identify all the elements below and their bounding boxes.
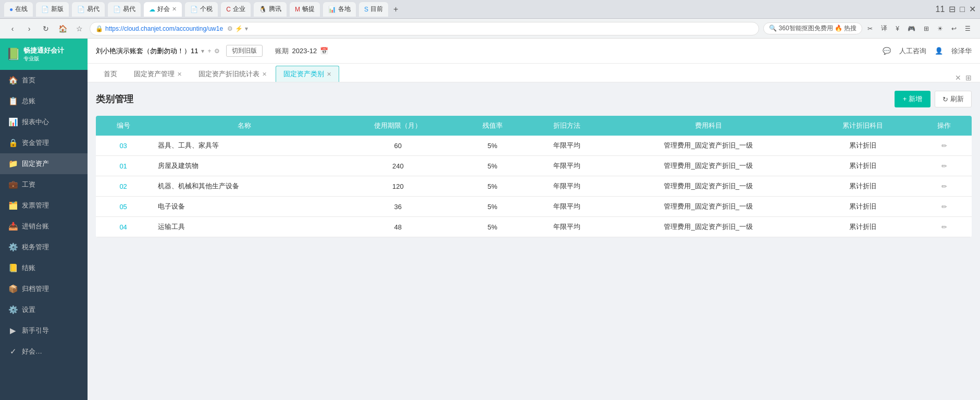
code-link[interactable]: 04	[119, 223, 127, 231]
game-icon[interactable]: 🎮	[904, 24, 919, 33]
reload-btn[interactable]: ↻	[40, 22, 52, 35]
sidebar-item-funds[interactable]: 🔒 资金管理	[0, 132, 88, 153]
switch-version-btn[interactable]: 切到旧版	[226, 45, 263, 57]
close-panel-btn[interactable]: ✕	[955, 74, 961, 82]
edit-icon[interactable]: ✏	[941, 142, 947, 150]
browser-tab-new[interactable]: 📄 新版	[36, 2, 69, 17]
browser-tab-ct[interactable]: M 畅提	[290, 2, 320, 17]
back-btn[interactable]: ‹	[6, 22, 19, 35]
sidebar-item-checkout[interactable]: 📒 结账	[0, 258, 88, 278]
th-name: 名称	[151, 116, 338, 136]
tab-depreciation-table[interactable]: 固定资产折旧统计表 ✕	[191, 66, 275, 82]
cell-expense: 管理费用_固定资产折旧_一级	[607, 136, 809, 156]
browser-tab-mq[interactable]: S 目前	[359, 2, 388, 17]
browser-tab-corp[interactable]: C 企业	[221, 2, 251, 17]
cell-residual: 5%	[458, 136, 527, 156]
tab-label: 易代	[87, 5, 100, 14]
sidebar-label-invoice: 发票管理	[22, 201, 49, 210]
add-category-btn[interactable]: + 新增	[895, 91, 931, 107]
browser-toolbar: ‹ › ↻ 🏠 ☆ 🔒 https://cloud.chanjet.com/ac…	[0, 19, 980, 39]
sidebar-item-settings[interactable]: ⚙️ 设置	[0, 299, 88, 320]
th-method: 折旧方法	[526, 116, 607, 136]
tab-close-icon[interactable]: ✕	[172, 6, 177, 13]
edit-icon[interactable]: ✏	[941, 203, 947, 211]
tab-label: 腾讯	[269, 5, 281, 14]
sun-icon[interactable]: ☀	[934, 24, 946, 33]
sidebar-item-hao[interactable]: ✓ 好会…	[0, 341, 88, 362]
settings-gear-icon[interactable]: ⚙	[214, 47, 220, 55]
undo-icon[interactable]: ↩	[948, 24, 960, 33]
maximize-btn[interactable]: □	[960, 5, 965, 14]
new-tab-btn[interactable]: +	[393, 5, 398, 14]
minimize-btn[interactable]: 11	[936, 5, 945, 14]
code-link[interactable]: 03	[119, 142, 127, 150]
expand-panel-btn[interactable]: ⊞	[965, 74, 972, 82]
code-link[interactable]: 01	[119, 162, 127, 170]
sidebar-item-invoice[interactable]: 🗂️ 发票管理	[0, 195, 88, 216]
dropdown-icon[interactable]: ▾	[201, 47, 204, 55]
page-title: 类别管理	[96, 93, 133, 105]
tab-label: 畅提	[302, 5, 315, 14]
code-link[interactable]: 02	[119, 183, 127, 190]
hot-search-label: 热搜	[844, 25, 857, 32]
tab-close-asset-cat[interactable]: ✕	[327, 71, 331, 78]
sidebar-item-archive[interactable]: 📦 归档管理	[0, 278, 88, 299]
menu-icon[interactable]: ☰	[962, 24, 974, 33]
tab-close-dep-table[interactable]: ✕	[262, 71, 267, 78]
edit-icon[interactable]: ✏	[941, 223, 947, 231]
cell-method: 年限平均	[526, 197, 607, 217]
restore-btn[interactable]: ⊟	[949, 4, 956, 14]
bookmark-btn[interactable]: ☆	[73, 22, 85, 35]
home-btn[interactable]: 🏠	[56, 22, 69, 35]
browser-tab-tx[interactable]: 🐧 腾讯	[254, 2, 287, 17]
browser-tab-yid1[interactable]: 📄 易代	[72, 2, 105, 17]
content-area: 类别管理 + 新增 ↻ 刷新 编号 名称 使用期限（月） 残值率	[88, 82, 980, 400]
cell-residual: 5%	[458, 197, 527, 217]
refresh-btn[interactable]: ↻ 刷新	[935, 91, 972, 107]
checkout-icon: 📒	[8, 263, 18, 273]
th-depreciation: 累计折旧科目	[809, 116, 917, 136]
table-row: 03 器具、工具、家具等 60 5% 年限平均 管理费用_固定资产折旧_一级 累…	[96, 136, 972, 156]
translate-icon[interactable]: 译	[878, 23, 890, 34]
wallet-icon[interactable]: ¥	[892, 24, 902, 33]
url-text: https://cloud.chanjet.com/accounting/uw1…	[105, 25, 223, 32]
tab-home[interactable]: 首页	[96, 66, 125, 82]
sidebar-item-fixed-assets[interactable]: 📁 固定资产	[0, 153, 88, 174]
sidebar-item-tax[interactable]: ⚙️ 税务管理	[0, 237, 88, 258]
sidebar-item-payroll[interactable]: 💼 工资	[0, 174, 88, 195]
funds-icon: 🔒	[8, 138, 18, 148]
browser-tab-tax[interactable]: 📄 个税	[185, 2, 218, 17]
table-row: 04 运输工具 48 5% 年限平均 管理费用_固定资产折旧_一级 累计折旧 ✏	[96, 217, 972, 237]
close-window-btn[interactable]: ✕	[969, 4, 976, 14]
grid-icon[interactable]: ⊞	[921, 24, 932, 33]
forward-btn[interactable]: ›	[23, 22, 35, 35]
sidebar-label-ledger: 总账	[22, 96, 35, 106]
browser-tab-yid2[interactable]: 📄 易代	[108, 2, 141, 17]
browser-tab-online[interactable]: ● 在线	[4, 2, 33, 17]
sidebar-item-ledger[interactable]: 📋 总账	[0, 91, 88, 112]
search-bar[interactable]: 🔍 360智能抠图免费用 🔥 热搜	[763, 22, 862, 34]
address-bar[interactable]: 🔒 https://cloud.chanjet.com/accounting/u…	[90, 22, 759, 35]
browser-tab-gd[interactable]: 📊 各地	[323, 2, 356, 17]
cell-code: 02	[96, 176, 151, 197]
tab-asset-mgmt[interactable]: 固定资产管理 ✕	[126, 66, 190, 82]
sidebar-item-guide[interactable]: ▶ 新手引导	[0, 320, 88, 341]
sidebar-item-home[interactable]: 🏠 首页	[0, 70, 88, 91]
edit-icon[interactable]: ✏	[941, 183, 947, 190]
user-info: 刘小艳演示账套（勿删勿动！）11 ▾ + ⚙	[96, 46, 220, 56]
cell-code: 01	[96, 156, 151, 176]
user-display-name: 徐泽华	[951, 46, 972, 56]
add-btn[interactable]: +	[207, 47, 211, 55]
sidebar-item-reports[interactable]: 📊 报表中心	[0, 112, 88, 132]
browser-tab-hao[interactable]: ☁ 好会 ✕	[144, 2, 182, 17]
tab-asset-category[interactable]: 固定资产类别 ✕	[276, 66, 339, 82]
scissors-icon[interactable]: ✂	[864, 24, 876, 33]
code-link[interactable]: 05	[119, 203, 127, 211]
calendar-icon[interactable]: 📅	[320, 47, 328, 55]
human-service-label[interactable]: 人工咨询	[899, 46, 926, 56]
table-row: 01 房屋及建筑物 240 5% 年限平均 管理费用_固定资产折旧_一级 累计折…	[96, 156, 972, 176]
sidebar-label-home: 首页	[22, 76, 35, 85]
tab-close-asset-mgmt[interactable]: ✕	[177, 71, 182, 78]
sidebar-item-sales[interactable]: 📥 进销台账	[0, 216, 88, 237]
edit-icon[interactable]: ✏	[941, 162, 947, 170]
